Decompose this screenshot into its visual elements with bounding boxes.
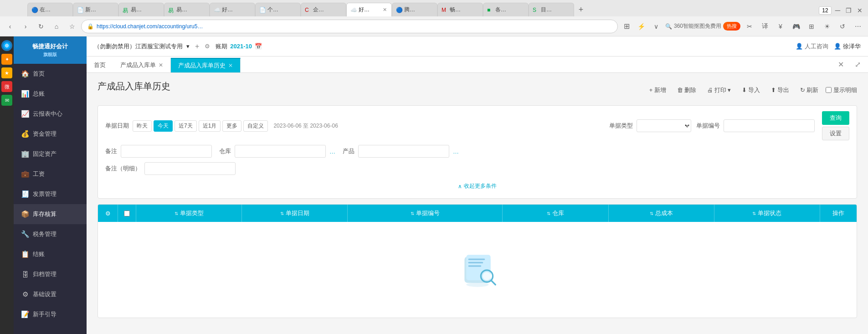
date-btn-today[interactable]: 今天 xyxy=(154,120,173,132)
user-info[interactable]: 👤 徐泽华 xyxy=(834,42,861,51)
page-tab-inventory[interactable]: 产成品入库单 ✕ xyxy=(113,58,171,72)
calendar-icon[interactable]: 📅 xyxy=(255,43,262,50)
remark-input[interactable] xyxy=(121,145,212,158)
sidebar-item-invoice[interactable]: 🧾 发票管理 xyxy=(14,184,87,204)
date-btn-1month[interactable]: 近1月 xyxy=(199,120,221,132)
app-icon-yellow[interactable]: ✦ xyxy=(1,54,12,65)
add-button[interactable]: + 新增 xyxy=(646,84,670,96)
display-toggle-checkbox[interactable] xyxy=(826,87,832,93)
tab-yi2[interactable]: 易 易… xyxy=(164,3,210,16)
remark-detail-input[interactable] xyxy=(144,162,236,175)
sidebar-item-report[interactable]: 📈 云报表中心 xyxy=(14,104,87,124)
collapse-button[interactable]: ∧ 收起更多条件 xyxy=(458,182,497,190)
sidebar-item-tax[interactable]: 🔧 税务管理 xyxy=(14,224,87,244)
tab-teng[interactable]: 🔵 腾… xyxy=(392,3,437,16)
game-button[interactable]: 🎮 xyxy=(790,20,802,33)
sidebar-item-inventory[interactable]: 📦 库存核算 xyxy=(14,204,87,224)
search-hint[interactable]: 🔍 360智能抠图免费用 热搜 xyxy=(665,22,740,31)
favorite-button[interactable]: ☆ xyxy=(66,20,78,33)
tab-close-hao2[interactable]: ✕ xyxy=(381,7,388,13)
query-button[interactable]: 查询 xyxy=(822,111,849,125)
refresh-button[interactable]: ↻ xyxy=(35,20,47,33)
th-warehouse[interactable]: ⇅ 仓库 xyxy=(503,205,608,222)
date-btn-custom[interactable]: 自定义 xyxy=(243,120,268,132)
minimize-button[interactable]: ─ xyxy=(833,5,842,16)
page-tab-home[interactable]: 首页 xyxy=(87,58,113,72)
date-btn-more[interactable]: 更多 xyxy=(222,120,241,132)
settings2-button[interactable]: ↺ xyxy=(836,20,849,33)
tab-hao2[interactable]: ☁️ 好… ✕ xyxy=(346,3,392,16)
tab-yi1[interactable]: 易 易… xyxy=(118,3,164,16)
product-ellipsis[interactable]: … xyxy=(453,148,459,155)
restore-button[interactable]: ❐ xyxy=(844,5,853,16)
th-type[interactable]: ⇅ 单据类型 xyxy=(136,205,242,222)
page-tab-inventory-close[interactable]: ✕ xyxy=(159,62,163,68)
th-checkbox[interactable] xyxy=(118,205,136,222)
warehouse-ellipsis[interactable]: … xyxy=(329,148,335,155)
sidebar-item-salary[interactable]: 💼 工资 xyxy=(14,164,87,184)
close-browser-button[interactable]: ✕ xyxy=(855,5,864,16)
theme-button[interactable]: ☀ xyxy=(821,20,833,33)
account-settings-button[interactable]: ⚙ xyxy=(205,43,210,50)
sidebar-item-guide[interactable]: 📝 新手引导 xyxy=(14,304,87,324)
import-button[interactable]: ⬇ 导入 xyxy=(738,84,764,96)
tab-ge2[interactable]: ■ 各… xyxy=(483,3,529,16)
th-settings[interactable]: ⚙ xyxy=(98,205,118,222)
sidebar-item-home[interactable]: 🏠 首页 xyxy=(14,64,87,84)
scissors-button[interactable]: ✂ xyxy=(743,20,756,33)
voucher-no-input[interactable] xyxy=(724,119,815,132)
panel-close-button[interactable]: ✕ xyxy=(834,57,847,72)
tab-chang[interactable]: M 畅… xyxy=(437,3,483,16)
new-tab-button[interactable]: + xyxy=(574,3,588,16)
app-icon-email[interactable]: ✉ xyxy=(1,95,12,106)
page-tab-history[interactable]: 产成品入库单历史 ✕ xyxy=(171,58,241,72)
sidebar-item-settlement[interactable]: 📋 结账 xyxy=(14,244,87,264)
refresh-button[interactable]: ↻ 刷新 xyxy=(796,84,822,96)
hot-search-badge[interactable]: 热搜 xyxy=(723,22,740,31)
extensions-button[interactable]: ⊞ xyxy=(621,20,633,33)
date-btn-yesterday[interactable]: 昨天 xyxy=(133,120,152,132)
tab-xin[interactable]: 📄 新… xyxy=(73,3,118,16)
app-icon-weibo[interactable]: 微 xyxy=(1,81,12,92)
tab-ge[interactable]: 📄 个… xyxy=(255,3,301,16)
select-all-checkbox[interactable] xyxy=(124,211,130,216)
account-selector[interactable]: （勿删勿禁用）江西服宝测试专用 ▾ xyxy=(94,42,190,51)
export-button[interactable]: ⬆ 导出 xyxy=(767,84,793,96)
sidebar-item-fund[interactable]: 💰 资金管理 xyxy=(14,124,87,144)
forward-button[interactable]: › xyxy=(19,20,32,33)
tab-qi[interactable]: C 企… xyxy=(301,3,346,16)
address-input[interactable]: 🔒 https://cloud.chanjet.com/accounting/u… xyxy=(81,20,618,33)
sidebar-item-basic[interactable]: ⚙ 基础设置 xyxy=(14,284,87,304)
print-button[interactable]: 🖨 打印 ▾ xyxy=(704,84,734,96)
sidebar-item-archive[interactable]: 🗄 归档管理 xyxy=(14,264,87,284)
page-tab-history-close[interactable]: ✕ xyxy=(228,62,233,69)
th-no[interactable]: ⇅ 单据编号 xyxy=(348,205,503,222)
tab-hao1[interactable]: ☁️ 好… xyxy=(210,3,255,16)
add-account-button[interactable]: + xyxy=(195,42,199,51)
date-btn-7days[interactable]: 近7天 xyxy=(175,120,197,132)
tab-zaitu[interactable]: 🔵 在… xyxy=(27,3,73,16)
voucher-type-select[interactable] xyxy=(637,119,691,132)
product-input[interactable] xyxy=(358,145,449,158)
delete-button[interactable]: 🗑 删除 xyxy=(673,84,700,96)
th-date[interactable]: ⇅ 单据日期 xyxy=(242,205,348,222)
sidebar-item-fixed[interactable]: 🏢 固定资产 xyxy=(14,144,87,164)
dropdown-button[interactable]: ∨ xyxy=(650,20,663,33)
th-status[interactable]: ⇅ 单据状态 xyxy=(714,205,820,222)
translate-button[interactable]: 译 xyxy=(759,20,771,33)
menu-button[interactable]: ⋯ xyxy=(852,20,864,33)
search-settings-button[interactable]: 设置 xyxy=(822,127,849,140)
th-cost[interactable]: ⇅ 总成本 xyxy=(609,205,714,222)
app-icon-star[interactable]: ★ xyxy=(1,67,12,78)
sidebar-item-ledger[interactable]: 📊 总账 xyxy=(14,84,87,104)
grid-button[interactable]: ⊞ xyxy=(805,20,818,33)
display-toggle-label[interactable]: 显示明细 xyxy=(826,86,857,94)
wallet-button[interactable]: ¥ xyxy=(774,20,787,33)
home-button[interactable]: ⌂ xyxy=(50,20,63,33)
app-icon-changjie[interactable] xyxy=(1,40,12,51)
warehouse-input[interactable] xyxy=(235,145,326,158)
help-button[interactable]: 👤 人工咨询 xyxy=(796,42,828,51)
lightning-button[interactable]: ⚡ xyxy=(635,20,648,33)
panel-expand-button[interactable]: ⤢ xyxy=(851,57,864,72)
tab-mu[interactable]: S 目… xyxy=(529,3,574,16)
